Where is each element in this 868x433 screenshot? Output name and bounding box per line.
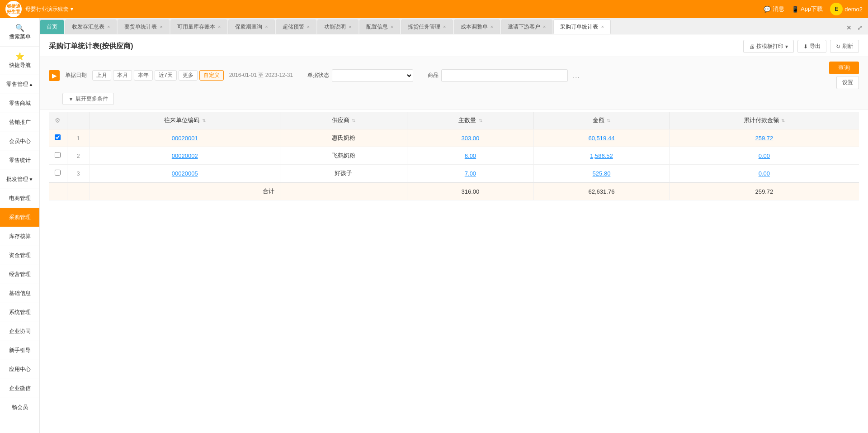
tab-config-info[interactable]: 配置信息 × <box>359 19 400 34</box>
tab-invite-downstream-close[interactable]: × <box>543 24 546 29</box>
row-checkbox[interactable] <box>49 147 67 165</box>
tab-stocking-task[interactable]: 拣货任务管理 × <box>401 19 453 34</box>
table-row[interactable]: 1 00020001 惠氏奶粉 303.00 60,519.44 259.72 <box>49 129 859 147</box>
sort-paid-icon[interactable]: ⇅ <box>781 118 785 123</box>
date-custom-tag[interactable]: 自定义 <box>199 70 224 81</box>
sidebar-item-enterprise[interactable]: 企业协同 <box>0 322 39 341</box>
sidebar-item-purchase[interactable]: 采购管理 <box>0 208 39 227</box>
btn-this-year[interactable]: 本年 <box>134 70 153 81</box>
tab-overstock-warning-close[interactable]: × <box>307 24 310 29</box>
settings-btn[interactable]: 设置 <box>836 76 859 89</box>
tab-function-desc-close[interactable]: × <box>349 24 351 29</box>
sort-amount-icon[interactable]: ⇅ <box>607 118 610 123</box>
tab-inventory-ledger[interactable]: 可用量库存账本 × <box>170 19 227 34</box>
tab-warranty-query[interactable]: 保质期查询 × <box>228 19 274 34</box>
tab-expand-btn[interactable]: ⤢ <box>855 23 864 32</box>
goods-filter: 商品 … <box>428 69 581 82</box>
sidebar-item-operations[interactable]: 经营管理 <box>0 265 39 284</box>
refresh-btn[interactable]: ↻ 刷新 <box>830 40 859 53</box>
tab-warranty-query-label: 保质期查询 <box>235 23 262 31</box>
tab-inventory-ledger-label: 可用量库存账本 <box>177 23 215 31</box>
tab-overstock-warning[interactable]: 超储预警 × <box>276 19 316 34</box>
tab-warranty-query-close[interactable]: × <box>265 24 268 29</box>
search-icon: 🔍 <box>15 24 24 32</box>
row-amount[interactable]: 1,586.52 <box>534 147 669 165</box>
sidebar-item-guide[interactable]: 新手引导 <box>0 341 39 360</box>
sidebar-label-guide: 新手引导 <box>9 347 31 354</box>
row-supplier-code[interactable]: 00020001 <box>90 129 280 147</box>
tab-close-all-btn[interactable]: ✕ <box>844 23 854 32</box>
sort-supplier-code-icon[interactable]: ⇅ <box>202 118 206 123</box>
tab-invite-downstream[interactable]: 邀请下游客户 × <box>501 19 552 34</box>
row-checkbox[interactable] <box>49 165 67 183</box>
table-row[interactable]: 2 00020002 飞鹤奶粉 6.00 1,586.52 0.00 <box>49 147 859 165</box>
workspace-name: 母婴行业演示账套 <box>25 5 69 13</box>
row-select-checkbox[interactable] <box>55 152 61 158</box>
sidebar-item-ecommerce[interactable]: 电商管理 <box>0 189 39 208</box>
tab-function-desc[interactable]: 功能说明 × <box>317 19 358 34</box>
sidebar-item-wechat[interactable]: 企业微信 <box>0 379 39 398</box>
tab-inventory-ledger-close[interactable]: × <box>218 24 221 29</box>
row-select-checkbox[interactable] <box>55 134 61 140</box>
btn-last-7-days[interactable]: 近7天 <box>155 70 177 81</box>
tab-stocking-task-close[interactable]: × <box>443 24 446 29</box>
workspace-selector[interactable]: 母婴行业演示账套 ▾ <box>25 5 73 13</box>
th-rownum <box>67 112 90 129</box>
row-amount[interactable]: 525.80 <box>534 165 669 183</box>
tab-goods-stats-close[interactable]: × <box>160 24 162 29</box>
sidebar-item-search[interactable]: 🔍 搜索菜单 <box>0 18 39 47</box>
status-select[interactable] <box>332 69 413 82</box>
sidebar-item-retail[interactable]: 零售管理 ▲ <box>0 75 39 94</box>
export-btn[interactable]: ⬇ 导出 <box>797 40 826 53</box>
app-download-btn[interactable]: 📱 App下载 <box>792 5 823 13</box>
row-supplier-code[interactable]: 00020002 <box>90 147 280 165</box>
goods-more-icon[interactable]: … <box>571 71 581 80</box>
row-paid[interactable]: 0.00 <box>669 147 859 165</box>
row-qty[interactable]: 6.00 <box>407 147 534 165</box>
row-amount[interactable]: 60,519.44 <box>534 129 669 147</box>
sidebar-item-wholesale[interactable]: 批发管理 ▼ <box>0 170 39 189</box>
sidebar-item-vip[interactable]: 畅会员 <box>0 398 39 417</box>
filter-toggle-btn[interactable]: ▶ <box>49 70 60 81</box>
sidebar-item-shortcut[interactable]: ⭐ 快捷导航 <box>0 47 39 75</box>
sort-qty-icon[interactable]: ⇅ <box>479 118 482 123</box>
row-checkbox[interactable] <box>49 129 67 147</box>
sidebar-item-system[interactable]: 系统管理 <box>0 303 39 322</box>
template-print-btn[interactable]: 🖨 按模板打印 ▾ <box>743 40 794 53</box>
tab-goods-stats[interactable]: 要货单统计表 × <box>118 19 169 34</box>
tab-config-info-close[interactable]: × <box>391 24 393 29</box>
sidebar-item-inventory[interactable]: 库存核算 <box>0 227 39 246</box>
goods-input[interactable] <box>441 69 568 82</box>
row-supplier-code[interactable]: 00020005 <box>90 165 280 183</box>
btn-more-dates[interactable]: 更多 <box>179 70 198 81</box>
sidebar-item-retail-mall[interactable]: 零售商城 <box>0 94 39 113</box>
sidebar-item-members[interactable]: 会员中心 <box>0 132 39 151</box>
sidebar-item-finance[interactable]: 资金管理 <box>0 246 39 265</box>
row-paid[interactable]: 0.00 <box>669 165 859 183</box>
message-btn[interactable]: 💬 消息 <box>764 5 784 13</box>
query-btn[interactable]: 查询 <box>829 62 859 74</box>
column-settings-icon[interactable]: ⚙ <box>55 117 61 124</box>
expand-more-btn[interactable]: ▼ 展开更多条件 <box>62 93 114 105</box>
row-paid[interactable]: 259.72 <box>669 129 859 147</box>
export-icon: ⬇ <box>803 43 808 50</box>
sidebar-item-app-center[interactable]: 应用中心 <box>0 360 39 379</box>
tab-home[interactable]: 首页 <box>40 19 64 34</box>
row-qty[interactable]: 7.00 <box>407 165 534 183</box>
row-qty[interactable]: 303.00 <box>407 129 534 147</box>
row-select-checkbox[interactable] <box>55 170 61 176</box>
sidebar-item-marketing[interactable]: 营销推广 <box>0 113 39 132</box>
tab-purchase-stats-close[interactable]: × <box>601 24 604 29</box>
btn-last-month[interactable]: 上月 <box>92 70 111 81</box>
tab-cost-adjust-close[interactable]: × <box>491 24 493 29</box>
sidebar-item-basic[interactable]: 基础信息 <box>0 284 39 303</box>
tab-receive-summary-close[interactable]: × <box>107 24 110 29</box>
table-row[interactable]: 3 00020005 好孩子 7.00 525.80 0.00 <box>49 165 859 183</box>
tab-cost-adjust[interactable]: 成本调整单 × <box>454 19 500 34</box>
sort-supplier-name-icon[interactable]: ⇅ <box>352 118 355 123</box>
tab-purchase-stats[interactable]: 采购订单统计表 × <box>553 19 610 34</box>
user-info[interactable]: E demo2 <box>830 3 863 15</box>
sidebar-item-retail-stats[interactable]: 零售统计 <box>0 151 39 170</box>
btn-this-month[interactable]: 本月 <box>113 70 132 81</box>
tab-receive-summary[interactable]: 收发存汇总表 × <box>65 19 117 34</box>
